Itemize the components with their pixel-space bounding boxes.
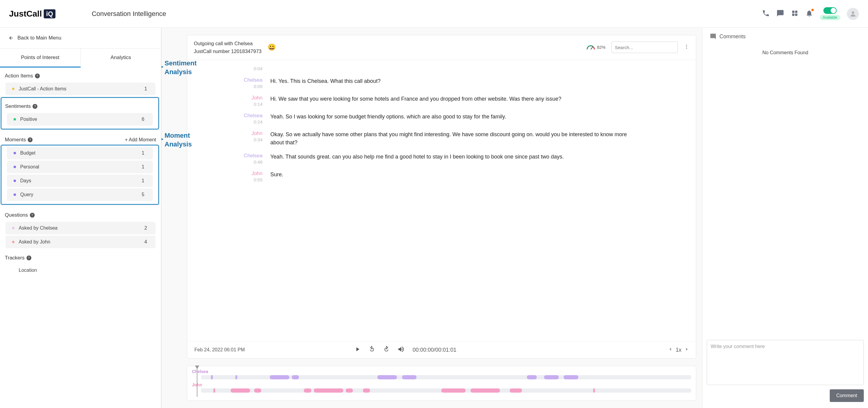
back-label: Back to Main Menu [18, 35, 61, 41]
list-item[interactable]: Location [5, 264, 156, 277]
list-item-label: Query [20, 192, 33, 197]
arrow-moment-icon [161, 133, 164, 145]
tab-points-of-interest[interactable]: Points of Interest [0, 49, 81, 67]
play-icon[interactable] [354, 346, 361, 354]
comment-button[interactable]: Comment [830, 389, 864, 402]
help-icon[interactable]: ? [27, 255, 31, 260]
section-questions: Questions ? [0, 207, 161, 221]
sidebar: Back to Main Menu Points of Interest Ana… [0, 28, 161, 408]
list-item[interactable]: Budget1 [7, 147, 153, 159]
transcript[interactable]: 0:04Chelsea0:09Hi. Yes. This is Chelsea.… [187, 60, 696, 341]
status-dot-icon [13, 152, 16, 154]
status-dot-icon [12, 227, 14, 229]
forward-icon[interactable] [383, 346, 390, 354]
status-dot-icon [13, 118, 16, 121]
timestamp: 0:55 [187, 177, 262, 182]
speaker-name: John [187, 130, 262, 136]
transcript-row[interactable]: 0:04 [187, 62, 684, 74]
list-item[interactable]: Personal1 [7, 161, 153, 173]
phone-icon[interactable] [762, 9, 770, 19]
playhead[interactable] [197, 369, 197, 397]
status-dot-icon [12, 88, 14, 90]
list-item-count: 1 [142, 164, 144, 170]
add-moment-link[interactable]: + Add Moment [125, 137, 156, 143]
apps-icon[interactable] [791, 9, 799, 19]
volume-icon[interactable] [398, 346, 405, 354]
topbar-actions: Available [762, 7, 859, 20]
list-item[interactable]: Asked by Chelsea2 [5, 222, 156, 234]
waveform-card: Chelsea John [187, 366, 696, 401]
transcript-meta: Chelsea0:24 [187, 113, 262, 124]
svg-rect-2 [792, 13, 795, 16]
list-item-label: JustCall - Action Items [19, 86, 66, 92]
transcript-row[interactable]: John0:34Okay. So we actually have some o… [187, 127, 684, 150]
sentiments-title: Sentiments [5, 103, 31, 109]
svg-rect-3 [795, 13, 798, 16]
questions-title: Questions [5, 212, 28, 218]
transcript-search[interactable] [612, 41, 678, 53]
section-action-items: Action Items ? [0, 67, 161, 81]
score-value: 82% [597, 45, 606, 50]
svg-line-7 [591, 47, 593, 50]
list-item-count: 2 [144, 225, 147, 231]
transcript-row[interactable]: Chelsea0:24Yeah. So I was looking for so… [187, 110, 684, 127]
next-icon[interactable] [684, 347, 689, 352]
list-item[interactable]: Asked by John4 [5, 236, 156, 248]
moments-highlight: Budget1Personal1Days1Query5 [1, 145, 159, 205]
prev-icon[interactable] [669, 347, 673, 352]
track-chelsea[interactable] [201, 375, 691, 379]
main-content: SentimentAnalysis MomentAnalysis Outgoin… [161, 28, 702, 408]
help-icon[interactable]: ? [28, 137, 33, 142]
list-item[interactable]: JustCall - Action Items1 [5, 83, 156, 95]
bell-icon[interactable] [805, 9, 813, 19]
sidebar-tabs: Points of Interest Analytics [0, 49, 161, 67]
status-dot-icon [13, 180, 16, 182]
timestamp: 0:09 [187, 84, 262, 89]
transcript-row[interactable]: John0:55Sure. [187, 167, 684, 185]
list-item[interactable]: Positive6 [7, 113, 153, 126]
annotation-moment: MomentAnalysis [164, 131, 192, 149]
timestamp: 0:46 [187, 159, 262, 164]
transcript-row[interactable]: John0:14Hi. We saw that you were looking… [187, 92, 684, 110]
call-subtitle: JustCall number 12018347973 [194, 47, 261, 55]
toggle-switch[interactable] [824, 7, 837, 14]
arrow-sentiment-icon [161, 61, 164, 73]
transcript-text: Yeah. That sounds great. can you also he… [270, 153, 564, 164]
track-john[interactable] [201, 388, 691, 393]
track-label-john: John [192, 382, 691, 387]
transcript-row[interactable]: Chelsea0:09Hi. Yes. This is Chelsea. Wha… [187, 74, 684, 92]
arrow-left-icon [8, 35, 14, 41]
back-link[interactable]: Back to Main Menu [0, 28, 161, 49]
help-icon[interactable]: ? [30, 213, 35, 218]
list-item-label: Positive [20, 117, 37, 122]
call-header: Outgoing call with Chelsea JustCall numb… [187, 35, 696, 60]
transcript-row[interactable]: Chelsea0:46Yeah. That sounds great. can … [187, 150, 684, 167]
call-date: Feb 24, 2022 06:01 PM [194, 347, 245, 352]
status-dot-icon [12, 241, 14, 243]
more-menu-icon[interactable] [684, 44, 689, 51]
transcript-text: Hi. We saw that you were looking for som… [270, 95, 561, 107]
sentiments-highlight: Sentiments ? Positive6 [1, 97, 159, 130]
transcript-meta: John0:14 [187, 95, 262, 107]
list-item[interactable]: Query5 [7, 188, 153, 201]
timestamp: 0:34 [187, 137, 262, 142]
list-item-label: Budget [20, 150, 36, 156]
tab-analytics[interactable]: Analytics [81, 49, 161, 67]
chat-icon[interactable] [776, 9, 784, 19]
svg-point-9 [686, 46, 687, 47]
status-dot-icon [13, 193, 16, 196]
help-icon[interactable]: ? [33, 104, 37, 109]
speaker-name: John [187, 95, 262, 101]
help-icon[interactable]: ? [35, 73, 40, 79]
rewind-icon[interactable] [369, 346, 375, 354]
list-item[interactable]: Days1 [7, 175, 153, 187]
svg-rect-1 [795, 10, 798, 13]
transcript-meta: 0:04 [187, 65, 262, 71]
search-input[interactable] [615, 45, 675, 50]
list-item-count: 4 [144, 239, 147, 245]
speed-label[interactable]: 1x [676, 347, 681, 353]
trackers-title: Trackers [5, 255, 25, 261]
comment-input[interactable]: Write your comment here [707, 340, 864, 385]
availability-toggle[interactable]: Available [820, 7, 840, 20]
user-avatar[interactable] [847, 8, 859, 20]
